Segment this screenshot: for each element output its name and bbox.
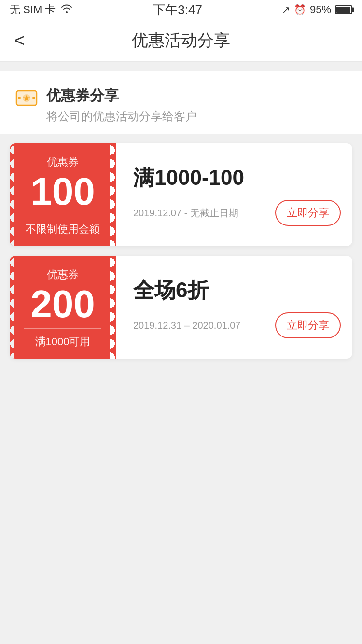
location-icon: ↗ bbox=[282, 4, 290, 15]
nav-bar: < 优惠活动分享 bbox=[0, 19, 362, 62]
coupon-date-1: 2019.12.07 - 无截止日期 bbox=[133, 207, 269, 220]
coupon-card-1: 优惠券 100 不限制使用金额 满1000-100 2019.12.07 - 无… bbox=[10, 143, 352, 246]
coupon-type-label-2: 优惠券 bbox=[47, 267, 79, 282]
coupon-divider-2 bbox=[24, 328, 101, 329]
alarm-icon: ⏰ bbox=[294, 4, 306, 15]
coupon-amount-2: 200 bbox=[30, 285, 95, 323]
bottom-space bbox=[0, 359, 362, 552]
coupon-footer-2: 2019.12.31 – 2020.01.07 立即分享 bbox=[133, 312, 341, 338]
coupon-left-2: 优惠券 200 满1000可用 bbox=[10, 256, 116, 359]
coupon-right-2: 全场6折 2019.12.31 – 2020.01.07 立即分享 bbox=[116, 256, 352, 359]
coupon-condition-2: 满1000可用 bbox=[35, 335, 91, 349]
back-button[interactable]: < bbox=[14, 30, 25, 51]
coupon-amount-1: 100 bbox=[30, 172, 95, 211]
share-button-2[interactable]: 立即分享 bbox=[275, 312, 341, 338]
coupon-footer-1: 2019.12.07 - 无截止日期 立即分享 bbox=[133, 200, 341, 226]
coupon-list: 优惠券 100 不限制使用金额 满1000-100 2019.12.07 - 无… bbox=[0, 143, 362, 359]
status-time: 下午3:47 bbox=[153, 1, 202, 18]
section-header: 优惠券分享 将公司的优惠活动分享给客户 bbox=[0, 71, 362, 134]
coupon-divider-1 bbox=[24, 216, 101, 216]
section-text-group: 优惠券分享 将公司的优惠活动分享给客户 bbox=[46, 86, 197, 124]
wifi-icon bbox=[60, 3, 73, 16]
status-left: 无 SIM 卡 bbox=[10, 2, 73, 17]
coupon-type-label-1: 优惠券 bbox=[47, 155, 79, 169]
status-bar: 无 SIM 卡 下午3:47 ↗ ⏰ 95% bbox=[0, 0, 362, 19]
status-right: ↗ ⏰ 95% bbox=[282, 3, 352, 16]
coupon-date-2: 2019.12.31 – 2020.01.07 bbox=[133, 320, 269, 331]
share-button-1[interactable]: 立即分享 bbox=[275, 200, 341, 226]
coupon-left-1: 优惠券 100 不限制使用金额 bbox=[10, 143, 116, 246]
coupon-name-1: 满1000-100 bbox=[133, 164, 341, 192]
svg-point-3 bbox=[18, 97, 21, 99]
battery-percent: 95% bbox=[310, 3, 331, 16]
coupon-condition-1: 不限制使用金额 bbox=[26, 222, 100, 237]
carrier-text: 无 SIM 卡 bbox=[10, 2, 56, 17]
coupon-share-icon bbox=[14, 86, 39, 110]
section-subtitle: 将公司的优惠活动分享给客户 bbox=[46, 109, 197, 124]
coupon-card-2: 优惠券 200 满1000可用 全场6折 2019.12.31 – 2020.0… bbox=[10, 256, 352, 359]
coupon-name-2: 全场6折 bbox=[133, 276, 341, 305]
battery-icon bbox=[335, 5, 352, 14]
svg-point-4 bbox=[32, 97, 35, 99]
nav-title: 优惠活动分享 bbox=[132, 29, 230, 52]
section-title: 优惠券分享 bbox=[46, 86, 197, 106]
coupon-right-1: 满1000-100 2019.12.07 - 无截止日期 立即分享 bbox=[116, 143, 352, 246]
